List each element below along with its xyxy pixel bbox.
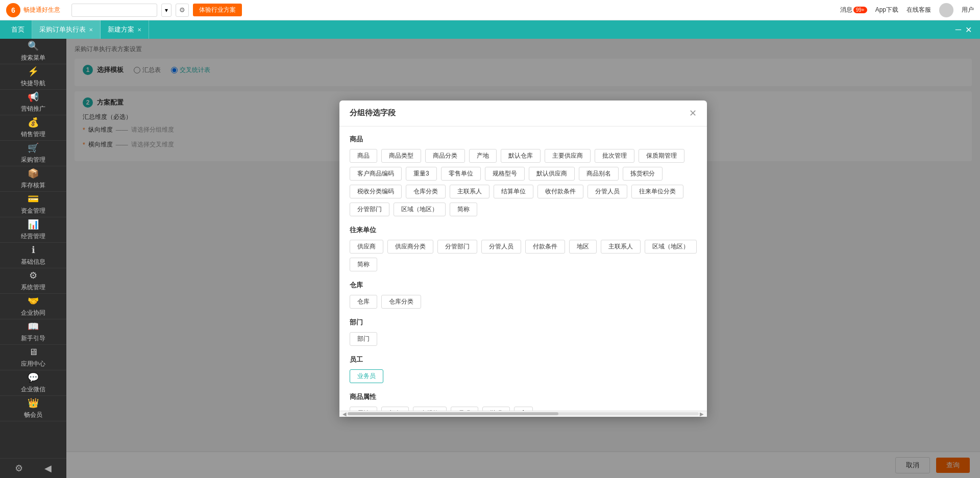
field-retail-unit[interactable]: 零售单位 — [441, 167, 481, 181]
field-warehouse-cat[interactable]: 仓库分类 — [381, 295, 421, 309]
field-supplier[interactable]: 供应商 — [350, 240, 383, 254]
experience-button[interactable]: 体验行业方案 — [193, 4, 242, 16]
sidebar-item-system[interactable]: ⚙ 系统管理 — [0, 268, 66, 294]
section-department: 部门 部门 — [350, 318, 697, 346]
sidebar-item-wechat[interactable]: 💬 企业微信 — [0, 370, 66, 396]
field-pick-points[interactable]: 拣货积分 — [623, 167, 663, 181]
sidebar-item-marketing[interactable]: 📢 营销推广 — [0, 90, 66, 115]
field-department[interactable]: 部门 — [350, 332, 377, 346]
search-icon: 🔍 — [28, 40, 39, 52]
section-partner-title: 往来单位 — [350, 225, 697, 235]
avatar[interactable] — [939, 3, 953, 17]
field-region-partner[interactable]: 区域（地区） — [645, 240, 697, 254]
field-expiry-mgmt[interactable]: 保质期管理 — [639, 149, 684, 163]
tab-purchase-list-label: 采购订单执行表 — [39, 25, 86, 34]
sidebar-item-purchase[interactable]: 🛒 采购管理 — [0, 141, 66, 166]
field-batch-mgmt[interactable]: 批次管理 — [595, 149, 634, 163]
sidebar-purchase-label: 采购管理 — [21, 156, 45, 164]
tab-home[interactable]: 首页 — [4, 20, 32, 39]
field-size[interactable]: 尺码 — [451, 407, 478, 411]
online-service-link[interactable]: 在线客服 — [906, 6, 931, 14]
sidebar-item-quicknav[interactable]: ⚡ 快捷导航 — [0, 64, 66, 90]
field-supplier-category[interactable]: 供应商分类 — [387, 240, 433, 254]
tab-bar-close-icon[interactable]: ✕ — [965, 25, 972, 35]
scroll-left-icon[interactable]: ◀ — [341, 411, 348, 417]
field-supervisor-partner[interactable]: 分管人员 — [481, 240, 521, 254]
field-attribute[interactable]: 属性 — [350, 407, 377, 411]
notification-area[interactable]: 消息99+ — [840, 6, 867, 14]
field-supervise-dept[interactable]: 分管部门 — [350, 203, 389, 216]
field-shoe-size[interactable]: 鞋码 — [482, 407, 510, 411]
sidebar-sales-label: 销售管理 — [21, 130, 45, 139]
field-color[interactable]: 颜色 — [381, 407, 409, 411]
sidebar-item-basic-info[interactable]: ℹ 基础信息 — [0, 243, 66, 268]
field-settlement-unit[interactable]: 结算单位 — [494, 185, 533, 198]
section-goods: 商品 商品 商品类型 商品分类 产地 默认仓库 主要供应商 批次管理 保质期管理… — [350, 135, 697, 216]
sidebar-item-member[interactable]: 👑 畅会员 — [0, 396, 66, 421]
field-goods[interactable]: 商品 — [350, 149, 377, 163]
sidebar-settings-icon[interactable]: ⚙ — [15, 463, 23, 474]
modal-close-button[interactable]: ✕ — [689, 108, 697, 119]
field-area[interactable]: 地区 — [569, 240, 597, 254]
field-salesperson[interactable]: 业务员 — [350, 369, 383, 383]
tab-purchase-list[interactable]: 采购订单执行表 ✕ — [32, 20, 101, 39]
field-supervisor[interactable]: 分管人员 — [587, 185, 627, 198]
field-region-goods[interactable]: 区域（地区） — [394, 203, 446, 216]
tab-bar-minimize-icon[interactable]: ─ — [955, 25, 961, 34]
field-goods-category[interactable]: 商品分类 — [425, 149, 465, 163]
field-payment-cond[interactable]: 付款条件 — [525, 240, 565, 254]
sidebar-item-operations[interactable]: 📊 经营管理 — [0, 217, 66, 243]
sidebar-item-guide[interactable]: 📖 新手引导 — [0, 319, 66, 345]
field-tax-code[interactable]: 税收分类编码 — [350, 185, 402, 198]
sidebar-item-inventory[interactable]: 📦 库存核算 — [0, 166, 66, 192]
field-main-supplier[interactable]: 主要供应商 — [545, 149, 591, 163]
field-goods-alias[interactable]: 商品别名 — [579, 167, 619, 181]
sidebar-basic-info-label: 基础信息 — [21, 258, 45, 266]
sidebar-item-finance[interactable]: 💳 资金管理 — [0, 192, 66, 217]
field-partner-category[interactable]: 往来单位分类 — [631, 185, 683, 198]
app-download-link[interactable]: App下载 — [875, 6, 898, 14]
tab-purchase-close-icon[interactable]: ✕ — [89, 27, 93, 33]
h-scrollbar-track[interactable] — [348, 412, 699, 415]
gear-icon: ⚙ — [179, 6, 185, 14]
sidebar-item-sales[interactable]: 💰 销售管理 — [0, 115, 66, 141]
scroll-right-icon[interactable]: ▶ — [699, 411, 705, 417]
field-origin[interactable]: 产地 — [469, 149, 497, 163]
field-multi-spec[interactable]: 多规格 — [413, 407, 447, 411]
tab-new-plan[interactable]: 新建方案 ✕ — [101, 20, 149, 39]
field-customer-code[interactable]: 客户商品编码 — [350, 167, 402, 181]
field-default-supplier[interactable]: 默认供应商 — [529, 167, 575, 181]
sidebar-item-enterprise[interactable]: 🤝 企业协同 — [0, 294, 66, 319]
field-warehouse[interactable]: 仓库 — [350, 295, 377, 309]
section-department-title: 部门 — [350, 318, 697, 327]
sidebar-item-search[interactable]: 🔍 搜索菜单 — [0, 39, 66, 64]
main-layout: 🔍 搜索菜单 ⚡ 快捷导航 📢 营销推广 💰 销售管理 🛒 采购管理 📦 库存核… — [0, 39, 980, 478]
field-weight3[interactable]: 重量3 — [406, 167, 437, 181]
sidebar-member-label: 畅会员 — [24, 411, 42, 419]
modal-horizontal-scrollbar[interactable]: ◀ ▶ — [339, 411, 707, 417]
field-attr-1[interactable]: 1 — [514, 407, 533, 411]
system-icon: ⚙ — [29, 270, 37, 281]
field-main-contact-partner[interactable]: 主联系人 — [601, 240, 641, 254]
sidebar-collapse-icon[interactable]: ◀ — [44, 463, 52, 474]
wechat-icon: 💬 — [28, 372, 39, 383]
field-spec-model[interactable]: 规格型号 — [485, 167, 525, 181]
search-dropdown[interactable]: ▾ — [161, 4, 172, 17]
gear-button[interactable]: ⚙ — [176, 4, 189, 17]
field-main-contact[interactable]: 主联系人 — [450, 185, 489, 198]
field-goods-type[interactable]: 商品类型 — [381, 149, 421, 163]
field-default-warehouse[interactable]: 默认仓库 — [501, 149, 541, 163]
field-select-modal: 分组待选字段 ✕ 商品 商品 商品类型 商品分类 产地 默认仓库 主要供应商 — [339, 100, 707, 417]
field-payment-terms[interactable]: 收付款条件 — [537, 185, 583, 198]
field-short-name-goods[interactable]: 简称 — [450, 203, 477, 216]
logo-icon: 6 — [6, 3, 20, 17]
modal-body[interactable]: 商品 商品 商品类型 商品分类 产地 默认仓库 主要供应商 批次管理 保质期管理… — [339, 127, 707, 411]
field-warehouse-category[interactable]: 仓库分类 — [406, 185, 446, 198]
guide-icon: 📖 — [28, 321, 39, 332]
section-product-attr: 商品属性 属性 颜色 多规格 尺码 鞋码 1 — [350, 392, 697, 411]
field-dept-partner[interactable]: 分管部门 — [437, 240, 477, 254]
search-input[interactable] — [71, 4, 157, 17]
tab-new-plan-close-icon[interactable]: ✕ — [137, 27, 141, 33]
sidebar-item-appcenter[interactable]: 🖥 应用中心 — [0, 345, 66, 370]
field-short-name-partner[interactable]: 简称 — [350, 258, 377, 271]
